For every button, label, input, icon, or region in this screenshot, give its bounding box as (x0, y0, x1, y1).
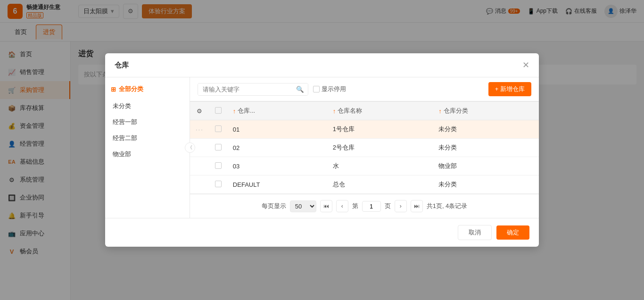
search-input[interactable] (198, 83, 292, 95)
per-page-label: 每页显示 (262, 202, 286, 210)
modal-footer: 取消 确定 (105, 218, 539, 247)
row-category-2: 未分类 (433, 139, 539, 157)
page-suffix: 页 (385, 202, 391, 210)
table-row[interactable]: DEFAULT 总仓 未分类 (190, 175, 539, 194)
row-category-4: 未分类 (433, 175, 539, 194)
th-category: ↑ 仓库分类 (433, 102, 539, 120)
modal-title: 仓库 (115, 61, 129, 70)
row-category-3: 物业部 (433, 157, 539, 175)
table-row[interactable]: 03 水 物业部 (190, 157, 539, 175)
row-name-3: 水 (327, 157, 433, 175)
new-warehouse-button[interactable]: + 新增仓库 (488, 82, 531, 96)
category-panel: ⊞ 全部分类 未分类 经营一部 经营二部 物业部 《 (105, 77, 190, 218)
row-action-cell: ··· (190, 120, 209, 139)
row-more-button[interactable]: ··· (196, 126, 204, 133)
pagination: 每页显示 50 100 200 ⏮ ‹ 第 页 › ⏭ 共1页, 4条记录 (190, 194, 539, 218)
table-row[interactable]: 02 2号仓库 未分类 (190, 139, 539, 157)
search-button[interactable]: 🔍 (292, 83, 308, 95)
per-page-select[interactable]: 50 100 200 (290, 200, 316, 212)
category-item-ops2[interactable]: 经营二部 (105, 130, 190, 146)
th-checkbox (209, 102, 227, 120)
modal-body: ⊞ 全部分类 未分类 经营一部 经营二部 物业部 《 🔍 (105, 77, 539, 218)
collapse-panel-button[interactable]: 《 (185, 142, 195, 153)
table-row[interactable]: ··· 01 1号仓库 未分类 (190, 120, 539, 139)
row-checkbox-3[interactable] (215, 162, 222, 169)
row-index-3: 03 (227, 157, 327, 175)
warehouse-table: ⚙ ↑ 仓库... ↑ (190, 101, 539, 194)
cancel-button[interactable]: 取消 (458, 225, 492, 240)
warehouse-table-area: ⚙ ↑ 仓库... ↑ (190, 101, 539, 194)
row-name-2: 2号仓库 (327, 139, 433, 157)
total-records: 共1页, 4条记录 (427, 202, 468, 210)
row-name-1: 1号仓库 (327, 120, 433, 139)
sort-icon-2: ↑ (333, 108, 336, 115)
right-panel: 🔍 显示停用 + 新增仓库 ⚙ (190, 77, 539, 218)
row-checkbox-1[interactable] (215, 125, 222, 132)
table-toolbar: 🔍 显示停用 + 新增仓库 (190, 77, 539, 101)
row-checkbox-4[interactable] (215, 181, 222, 187)
all-categories-button[interactable]: ⊞ 全部分类 (105, 82, 190, 98)
select-all-checkbox[interactable] (215, 107, 222, 114)
category-item-property[interactable]: 物业部 (105, 146, 190, 162)
search-box: 🔍 (198, 83, 308, 96)
th-settings: ⚙ (190, 102, 209, 120)
prev-page-button[interactable]: ‹ (336, 200, 348, 212)
last-page-button[interactable]: ⏭ (411, 200, 423, 212)
row-category-1: 未分类 (433, 120, 539, 139)
confirm-button[interactable]: 确定 (496, 225, 529, 240)
sort-icon: ↑ (233, 108, 236, 115)
row-index-1: 01 (227, 120, 327, 139)
th-name: ↑ 仓库名称 (327, 102, 433, 120)
page-number-input[interactable] (362, 201, 381, 212)
category-item-unclassified[interactable]: 未分类 (105, 98, 190, 114)
page-label: 第 (352, 202, 358, 210)
row-index-2: 02 (227, 139, 327, 157)
grid-icon: ⊞ (111, 86, 116, 93)
modal-header: 仓库 ✕ (105, 53, 539, 77)
first-page-button[interactable]: ⏮ (320, 200, 332, 212)
modal-close-button[interactable]: ✕ (522, 60, 529, 70)
sort-icon-3: ↑ (438, 108, 442, 115)
row-name-4: 总仓 (327, 175, 433, 194)
row-checkbox-cell (209, 120, 227, 139)
row-index-4: DEFAULT (227, 175, 327, 194)
modal-overlay: 仓库 ✕ ⊞ 全部分类 未分类 经营一部 经营二部 物业部 《 (0, 0, 644, 300)
category-item-ops1[interactable]: 经营一部 (105, 114, 190, 130)
next-page-button[interactable]: › (395, 200, 407, 212)
show-disabled-checkbox[interactable] (313, 86, 320, 92)
all-categories-label: 全部分类 (119, 85, 143, 93)
show-disabled-toggle[interactable]: 显示停用 (313, 85, 346, 93)
row-checkbox-2[interactable] (215, 144, 222, 150)
th-code: ↑ 仓库... (227, 102, 327, 120)
warehouse-modal: 仓库 ✕ ⊞ 全部分类 未分类 经营一部 经营二部 物业部 《 (105, 53, 539, 247)
